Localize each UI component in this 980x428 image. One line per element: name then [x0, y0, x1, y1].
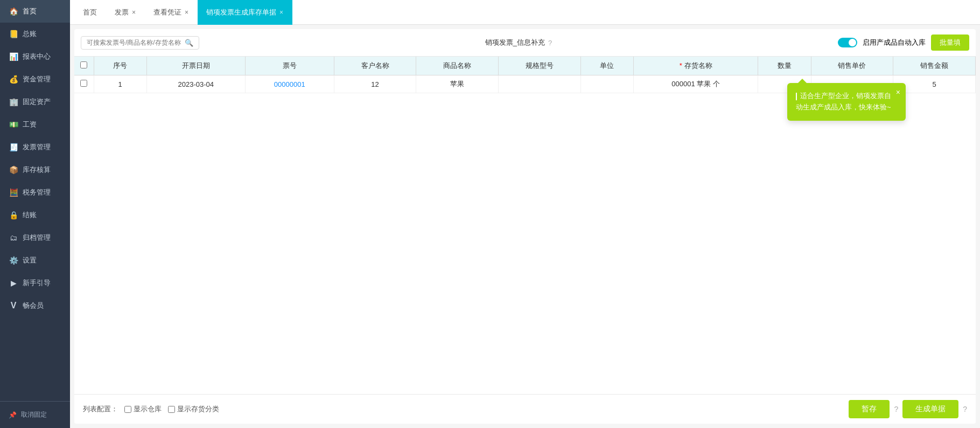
row-checkbox[interactable] — [80, 80, 87, 87]
sidebar-item-funds[interactable]: 💰 资金管理 — [0, 68, 70, 91]
sidebar-item-tax[interactable]: 🧮 税务管理 — [0, 181, 70, 204]
sidebar-item-reports[interactable]: 📊 报表中心 — [0, 45, 70, 68]
home-icon: 🏠 — [9, 6, 18, 16]
tab-home[interactable]: 首页 — [74, 0, 106, 25]
invoice-mgmt-icon: 🧾 — [9, 142, 18, 152]
search-icon: 🔍 — [185, 39, 193, 47]
sidebar-item-home[interactable]: 🏠 首页 — [0, 0, 70, 23]
td-number: 00000001 — [245, 75, 334, 93]
th-checkbox — [74, 57, 94, 75]
th-unit-price: 销售单价 — [811, 57, 893, 75]
sidebar-item-ledger[interactable]: 📒 总账 — [0, 23, 70, 45]
save-help-icon[interactable]: ? — [894, 405, 898, 413]
tooltip-text: 适合生产型企业，销项发票自动生成产成品入库，快来体验~ — [796, 92, 891, 111]
tab-invoice-label: 发票 — [115, 8, 129, 17]
search-box[interactable]: 🔍 — [81, 36, 199, 50]
sidebar-item-guide[interactable]: ▶ 新手引导 — [0, 272, 70, 294]
invoice-number-link[interactable]: 00000001 — [274, 80, 305, 88]
sidebar-item-label: 畅会员 — [23, 301, 44, 310]
td-inventory: 000001 苹果 个 — [634, 75, 758, 93]
auto-warehouse-toggle[interactable] — [838, 38, 857, 47]
sidebar-item-fixed-assets[interactable]: 🏢 固定资产 — [0, 91, 70, 113]
select-all-checkbox[interactable] — [80, 61, 87, 68]
tab-view-voucher-close[interactable]: × — [185, 9, 188, 16]
content-area: 🔍 销项发票_信息补充 ? 启用产成品自动入库 批量填 — [74, 29, 976, 424]
sidebar-item-archive[interactable]: 🗂 归档管理 — [0, 226, 70, 249]
sidebar-item-label: 总账 — [23, 29, 37, 39]
th-model: 规格型号 — [499, 57, 581, 75]
search-input[interactable] — [87, 39, 181, 46]
sidebar-item-vip[interactable]: V 畅会员 — [0, 294, 70, 317]
tab-cancel-invoice-label: 销项发票生成库存单据 — [206, 8, 276, 17]
th-inventory: 存货名称 — [634, 57, 758, 75]
sidebar-item-label: 税务管理 — [23, 188, 51, 197]
table-header-row: 序号 开票日期 票号 客户名称 商品名称 规格型号 单位 存货名称 数量 销售单… — [74, 57, 976, 75]
td-checkbox — [74, 75, 94, 93]
funds-icon: 💰 — [9, 74, 18, 84]
show-category-text: 显示存货分类 — [177, 404, 219, 414]
batch-fill-button[interactable]: 批量填 — [931, 34, 969, 51]
unpin-label: 取消固定 — [21, 410, 47, 419]
sidebar-item-settings[interactable]: ⚙️ 设置 — [0, 249, 70, 272]
fixed-assets-icon: 🏢 — [9, 97, 18, 107]
show-category-checkbox[interactable] — [168, 406, 175, 413]
tab-cancel-invoice-close[interactable]: × — [279, 9, 283, 16]
archive-icon: 🗂 — [9, 233, 18, 243]
sidebar-item-label: 报表中心 — [23, 52, 51, 61]
sidebar-item-label: 库存核算 — [23, 165, 51, 175]
vip-icon: V — [9, 301, 18, 310]
sidebar-item-label: 结账 — [23, 210, 37, 220]
info-label: 销项发票_信息补充 — [485, 38, 545, 47]
tab-invoice-close[interactable]: × — [132, 9, 136, 16]
sidebar-item-label: 新手引导 — [23, 278, 51, 288]
toolbar-center: 销项发票_信息补充 ? — [485, 38, 552, 47]
th-date: 开票日期 — [146, 57, 245, 75]
sidebar-item-label: 归档管理 — [23, 233, 51, 243]
unpin-button[interactable]: 📌 取消固定 — [0, 406, 70, 424]
sidebar-item-payroll[interactable]: 💵 工资 — [0, 113, 70, 136]
save-button[interactable]: 暂存 — [849, 400, 890, 418]
inventory-icon: 📦 — [9, 165, 18, 175]
show-warehouse-checkbox[interactable] — [124, 406, 131, 413]
pin-icon: 📌 — [9, 411, 17, 419]
tab-cancel-invoice[interactable]: 销项发票生成库存单据 × — [198, 0, 292, 25]
list-config-label: 列表配置： — [83, 404, 118, 414]
settings-icon: ⚙️ — [9, 256, 18, 265]
main-area: 首页 发票 × 查看凭证 × 销项发票生成库存单据 × 🔍 销项发票_信息补充 — [70, 0, 980, 428]
sidebar-item-invoice-mgmt[interactable]: 🧾 发票管理 — [0, 136, 70, 158]
reports-icon: 📊 — [9, 52, 18, 61]
tooltip-cursor — [796, 93, 797, 100]
td-date: 2023-03-04 — [146, 75, 245, 93]
tab-view-voucher[interactable]: 查看凭证 × — [145, 0, 198, 25]
th-unit: 单位 — [580, 57, 633, 75]
sidebar-item-label: 资金管理 — [23, 74, 51, 84]
td-unit — [580, 75, 633, 93]
tab-bar: 首页 发票 × 查看凭证 × 销项发票生成库存单据 × — [70, 0, 980, 25]
td-model — [499, 75, 581, 93]
tab-invoice[interactable]: 发票 × — [106, 0, 145, 25]
tab-home-label: 首页 — [83, 8, 97, 17]
show-category-label[interactable]: 显示存货分类 — [168, 404, 219, 414]
sidebar-item-closing[interactable]: 🔒 结账 — [0, 204, 70, 226]
sidebar-item-label: 发票管理 — [23, 142, 51, 152]
td-seq: 1 — [94, 75, 146, 93]
td-customer: 12 — [334, 75, 416, 93]
bottom-right: 暂存 ? 生成单据 ? — [849, 400, 967, 418]
th-product: 商品名称 — [416, 57, 499, 75]
sidebar-item-label: 工资 — [23, 120, 37, 129]
sidebar: 🏠 首页 📒 总账 📊 报表中心 💰 资金管理 🏢 固定资产 💵 工资 🧾 发票… — [0, 0, 70, 428]
th-quantity: 数量 — [758, 57, 811, 75]
generate-help-icon[interactable]: ? — [963, 405, 967, 413]
sidebar-bottom: 📌 取消固定 — [0, 401, 70, 428]
th-customer: 客户名称 — [334, 57, 416, 75]
tooltip-close-button[interactable]: × — [896, 86, 900, 98]
generate-button[interactable]: 生成单据 — [902, 400, 958, 418]
tax-icon: 🧮 — [9, 188, 18, 197]
bottom-left: 列表配置： 显示仓库 显示存货分类 — [83, 404, 219, 414]
show-warehouse-label[interactable]: 显示仓库 — [124, 404, 162, 414]
help-icon-center[interactable]: ? — [548, 39, 552, 47]
payroll-icon: 💵 — [9, 120, 18, 129]
closing-icon: 🔒 — [9, 210, 18, 220]
sidebar-item-inventory[interactable]: 📦 库存核算 — [0, 158, 70, 181]
th-number: 票号 — [245, 57, 334, 75]
